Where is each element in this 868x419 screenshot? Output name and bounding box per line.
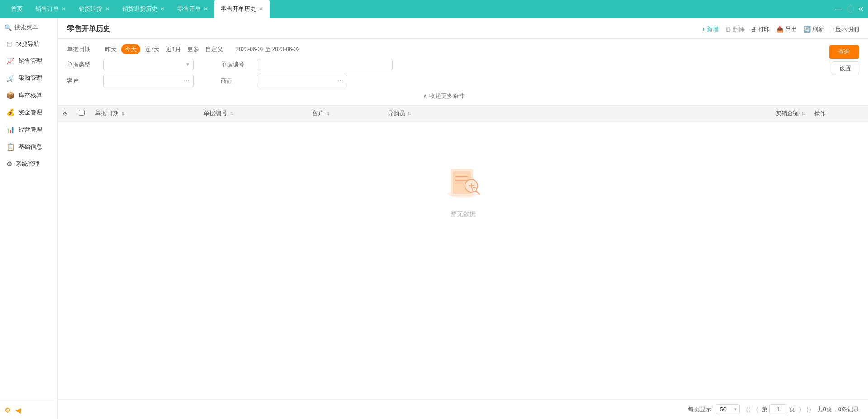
- number-input[interactable]: [261, 61, 389, 68]
- minimize-btn[interactable]: —: [835, 5, 842, 14]
- pagination-total: 共0页，0条记录: [817, 405, 859, 414]
- page-title: 零售开单历史: [67, 24, 110, 34]
- customer-input[interactable]: [107, 78, 184, 85]
- date-opt-last7[interactable]: 近7天: [143, 44, 161, 54]
- sidebar-item-sys-mgmt[interactable]: ⚙ 系统管理: [0, 155, 57, 173]
- add-button[interactable]: + 新增: [702, 25, 719, 33]
- data-table: ⚙ 单据日期 ⇅ 单据编号 ⇅ 客户 ⇅: [58, 106, 868, 122]
- close-btn[interactable]: ✕: [858, 5, 863, 14]
- filter-row-type: 单据类型 ▼ 单据编号: [67, 59, 820, 70]
- tab-retail-open[interactable]: 零售开单 ✕: [171, 0, 214, 18]
- query-button[interactable]: 查询: [829, 45, 859, 59]
- th-number[interactable]: 单据编号 ⇅: [199, 106, 308, 122]
- top-tabbar: 首页 销售订单 ✕ 销货退货 ✕ 销货退货历史 ✕ 零售开单 ✕ 零售开单历史 …: [0, 0, 868, 18]
- tab-close-retail-open-history[interactable]: ✕: [259, 6, 263, 12]
- sidebar: 🔍 搜索菜单 ⊞ 快捷导航 📈 销售管理 🛒 采购管理 📦 库存核算 💰 资金管…: [0, 18, 58, 419]
- date-opt-today[interactable]: 今天: [121, 44, 140, 54]
- page-number-input[interactable]: [769, 404, 787, 414]
- th-check[interactable]: [74, 106, 90, 122]
- goods-dots-btn[interactable]: ···: [337, 77, 343, 85]
- goods-input[interactable]: [261, 78, 337, 85]
- filter-area: 单据日期 昨天 今天 近7天 近1月 更多 自定义 2023-06-02 至 2…: [58, 39, 868, 106]
- filter-settings-button[interactable]: 设置: [832, 61, 859, 75]
- number-filter-label: 单据编号: [221, 61, 248, 69]
- tab-close-retail-open[interactable]: ✕: [204, 6, 208, 12]
- customer-dots-btn[interactable]: ···: [184, 77, 190, 85]
- pagination-bar: 每页显示 50 10 20 100 ▼ ⟨⟨ ⟨ 第 页 ⟩ ⟩⟩ 共0页，0条…: [58, 399, 868, 419]
- refresh-button[interactable]: 🔄 刷新: [803, 25, 824, 33]
- date-opt-last-month[interactable]: 近1月: [164, 44, 183, 54]
- th-spacer: [475, 106, 701, 122]
- tab-sales-return-history[interactable]: 销货退货历史 ✕: [116, 0, 171, 18]
- th-amount[interactable]: 实销金额 ⇅: [701, 106, 810, 122]
- sidebar-item-inventory[interactable]: 📦 库存核算: [0, 87, 57, 104]
- pagination-nav: ⟨⟨ ⟨ 第 页 ⟩ ⟩⟩: [744, 404, 813, 414]
- empty-illustration: [441, 158, 486, 203]
- th-operation: 操作: [810, 106, 868, 122]
- date-filter-label: 单据日期: [67, 45, 94, 53]
- inventory-icon: 📦: [6, 91, 15, 99]
- th-guide[interactable]: 导购员 ⇅: [383, 106, 475, 122]
- prev-page-btn[interactable]: ⟨: [754, 405, 760, 414]
- page-suffix-label: 页: [789, 405, 795, 414]
- customer-filter-label: 客户: [67, 77, 94, 85]
- per-page-select[interactable]: 50 10 20 100: [716, 404, 740, 414]
- tab-sales-order[interactable]: 销售订单 ✕: [29, 0, 72, 18]
- sidebar-item-sales-mgmt[interactable]: 📈 销售管理: [0, 52, 57, 70]
- settings-bottom-icon[interactable]: ⚙: [5, 406, 11, 414]
- tab-sales-return[interactable]: 销货退货 ✕: [72, 0, 116, 18]
- sidebar-search[interactable]: 🔍 搜索菜单: [0, 18, 57, 35]
- tab-retail-open-history[interactable]: 零售开单历史 ✕: [214, 0, 270, 18]
- empty-text: 暂无数据: [451, 210, 476, 218]
- date-opt-more[interactable]: 更多: [185, 44, 201, 54]
- sys-mgmt-icon: ⚙: [6, 160, 12, 168]
- delete-button[interactable]: 🗑 删除: [725, 25, 745, 33]
- toolbar: + 新增 🗑 删除 🖨 打印 📤 导出 🔄 刷新 □ 显示明细: [702, 25, 859, 33]
- th-settings[interactable]: ⚙: [58, 106, 74, 122]
- tab-home[interactable]: 首页: [5, 0, 29, 18]
- per-page-label: 每页显示: [688, 405, 711, 414]
- last-page-btn[interactable]: ⟩⟩: [805, 405, 813, 414]
- filter-row-customer: 客户 ··· 商品 ···: [67, 75, 820, 87]
- collapse-btn[interactable]: ∧ 收起更多条件: [67, 92, 820, 100]
- th-customer[interactable]: 客户 ⇅: [308, 106, 383, 122]
- goods-filter-label: 商品: [221, 77, 248, 85]
- date-opt-custom[interactable]: 自定义: [204, 44, 225, 54]
- sidebar-item-operations[interactable]: 📊 经营管理: [0, 121, 57, 138]
- collapse-sidebar-icon[interactable]: ◀: [15, 406, 21, 414]
- tab-close-sales-return[interactable]: ✕: [105, 6, 109, 12]
- sort-guide-icon: ⇅: [408, 111, 411, 116]
- sidebar-item-finance[interactable]: 💰 资金管理: [0, 104, 57, 121]
- sort-customer-icon: ⇅: [326, 111, 330, 116]
- table-area: ⚙ 单据日期 ⇅ 单据编号 ⇅ 客户 ⇅: [58, 106, 868, 399]
- type-filter-label: 单据类型: [67, 61, 94, 69]
- operations-icon: 📊: [6, 126, 15, 134]
- first-page-btn[interactable]: ⟨⟨: [744, 405, 752, 414]
- date-options: 昨天 今天 近7天 近1月 更多 自定义: [103, 44, 225, 54]
- sales-mgmt-icon: 📈: [6, 57, 15, 65]
- tab-close-sales-order[interactable]: ✕: [62, 6, 66, 12]
- sort-number-icon: ⇅: [230, 111, 233, 116]
- tab-close-sales-return-history[interactable]: ✕: [160, 6, 165, 12]
- sidebar-bottom: ⚙ ◀: [0, 401, 57, 419]
- display-detail-button[interactable]: □ 显示明细: [830, 25, 859, 33]
- sort-date-icon: ⇅: [121, 111, 125, 116]
- number-input-wrap: [257, 59, 393, 70]
- sidebar-item-purchase-mgmt[interactable]: 🛒 采购管理: [0, 70, 57, 87]
- sort-amount-icon: ⇅: [802, 111, 805, 116]
- sidebar-item-quick-nav[interactable]: ⊞ 快捷导航: [0, 35, 57, 52]
- export-button[interactable]: 📤 导出: [776, 25, 797, 33]
- th-date[interactable]: 单据日期 ⇅: [90, 106, 199, 122]
- goods-input-wrap: ···: [257, 75, 347, 87]
- date-opt-yesterday[interactable]: 昨天: [103, 44, 119, 54]
- sidebar-item-base-info[interactable]: 📋 基础信息: [0, 138, 57, 155]
- empty-state: 暂无数据: [58, 122, 868, 236]
- content-area: 零售开单历史 + 新增 🗑 删除 🖨 打印 📤 导出 🔄 刷新 □ 显示明细 单…: [58, 18, 868, 419]
- select-all-checkbox[interactable]: [79, 110, 85, 116]
- type-select[interactable]: [103, 59, 194, 70]
- maximize-btn[interactable]: □: [848, 5, 852, 14]
- next-page-btn[interactable]: ⟩: [797, 405, 803, 414]
- print-button[interactable]: 🖨 打印: [751, 25, 770, 33]
- customer-input-wrap: ···: [103, 75, 194, 87]
- type-select-wrap: ▼: [103, 59, 194, 70]
